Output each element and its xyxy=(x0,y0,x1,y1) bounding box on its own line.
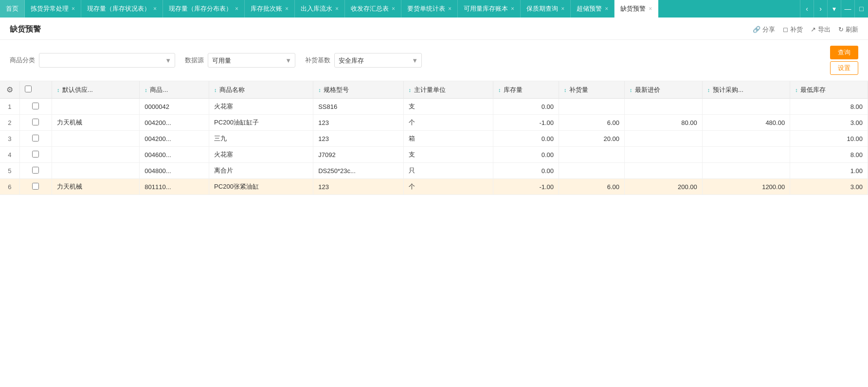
filter-actions: 查询 设置 xyxy=(830,46,858,75)
row-checkbox[interactable] xyxy=(32,151,39,158)
tab-receive-summary[interactable]: 收发存汇总表 × xyxy=(345,0,401,18)
sort-icon: ↕ xyxy=(409,87,412,93)
tab-next-button[interactable]: › xyxy=(814,0,827,18)
col-gear: ⚙ xyxy=(0,81,19,99)
tab-menu-button[interactable]: ▾ xyxy=(827,0,841,18)
tab-home[interactable]: 首页 xyxy=(0,0,25,18)
header-actions: 🔗 分享 ◻ 补货 ↗ 导出 ↻ 刷新 xyxy=(753,25,858,34)
row-spec: SS816 xyxy=(313,99,403,115)
tab-close-available-ledger[interactable]: × xyxy=(511,5,514,12)
datasource-select[interactable]: 可用量 库存量 xyxy=(208,53,295,68)
row-estimated-purchase xyxy=(702,147,790,163)
row-latest-price xyxy=(625,131,703,147)
tab-inout-flow[interactable]: 出入库流水 × xyxy=(295,0,345,18)
tab-close-abnormal[interactable]: × xyxy=(72,5,75,12)
col-estimated-purchase[interactable]: ↕ 预计采购... xyxy=(702,81,790,99)
row-checkbox[interactable] xyxy=(32,167,39,174)
select-all-checkbox[interactable] xyxy=(25,86,32,92)
row-min-stock: 8.00 xyxy=(790,99,868,115)
replenish-basis-select[interactable]: 安全库存 最低库存 xyxy=(334,53,422,68)
row-estimated-purchase: 480.00 xyxy=(702,115,790,131)
row-supplier xyxy=(52,99,139,115)
row-unit: 支 xyxy=(403,99,493,115)
tab-close-receive-summary[interactable]: × xyxy=(392,5,395,12)
query-button[interactable]: 查询 xyxy=(830,46,858,59)
col-replenish-qty[interactable]: ↕ 补货量 xyxy=(559,81,625,99)
table-row: 5 004800... 离合片 DS250*23c... 只 0.00 1.00 xyxy=(0,163,868,179)
tab-overstock[interactable]: 超储预警 × xyxy=(571,0,615,18)
tab-batch-account[interactable]: 库存批次账 × xyxy=(245,0,295,18)
row-product-name: 离合片 xyxy=(209,163,313,179)
col-checkbox-header xyxy=(19,81,52,99)
datasource-filter-group: 数据源 可用量 库存量 ▼ xyxy=(185,53,295,68)
column-settings-icon[interactable]: ⚙ xyxy=(6,86,13,94)
row-num: 5 xyxy=(0,163,19,179)
tab-close-shortage[interactable]: × xyxy=(649,5,652,12)
export-button[interactable]: ↗ 导出 xyxy=(811,25,831,34)
tab-prev-button[interactable]: ‹ xyxy=(800,0,814,18)
tab-abnormal[interactable]: 拣货异常处理 × xyxy=(25,0,81,18)
row-latest-price: 80.00 xyxy=(625,115,703,131)
row-checkbox[interactable] xyxy=(32,135,39,141)
row-estimated-purchase xyxy=(702,131,790,147)
row-min-stock: 1.00 xyxy=(790,163,868,179)
refresh-button[interactable]: ↻ 刷新 xyxy=(838,25,858,34)
row-checkbox-cell xyxy=(19,131,52,147)
col-product-code[interactable]: ↕ 商品... xyxy=(140,81,209,99)
row-checkbox-cell xyxy=(19,179,52,195)
replenish-button[interactable]: ◻ 补货 xyxy=(783,25,803,34)
row-product-code: 004600... xyxy=(140,147,209,163)
row-checkbox-cell xyxy=(19,147,52,163)
replenish-icon: ◻ xyxy=(783,26,788,33)
row-latest-price: 200.00 xyxy=(625,179,703,195)
row-checkbox[interactable] xyxy=(32,183,39,190)
tab-close-expiry-query[interactable]: × xyxy=(561,5,564,12)
tab-inventory-status[interactable]: 现存量（库存状况表） × xyxy=(81,0,163,18)
sort-icon: ↕ xyxy=(630,87,633,93)
row-product-name: 火花塞 xyxy=(209,147,313,163)
row-latest-price xyxy=(625,163,703,179)
row-stock: 0.00 xyxy=(493,147,559,163)
row-replenish-qty: 6.00 xyxy=(559,115,625,131)
tab-close-inventory-dist[interactable]: × xyxy=(235,5,238,12)
tab-close-inventory-status[interactable]: × xyxy=(153,5,157,12)
row-replenish-qty: 6.00 xyxy=(559,179,625,195)
tab-maximize-button[interactable]: □ xyxy=(854,0,868,18)
tab-shortage[interactable]: 缺货预警 × xyxy=(615,0,658,18)
row-unit: 个 xyxy=(403,115,493,131)
row-checkbox[interactable] xyxy=(32,119,39,125)
category-select[interactable] xyxy=(39,53,175,68)
tab-available-ledger[interactable]: 可用量库存账本 × xyxy=(458,0,521,18)
row-product-code: 004800... xyxy=(140,163,209,179)
row-product-code: 801110... xyxy=(140,179,209,195)
category-select-wrapper: ▼ xyxy=(39,53,175,68)
tab-inventory-dist[interactable]: 现存量（库存分布表） × xyxy=(163,0,245,18)
col-supplier[interactable]: ↕ 默认供应... xyxy=(52,81,139,99)
col-unit[interactable]: ↕ 主计量单位 xyxy=(403,81,493,99)
col-spec[interactable]: ↕ 规格型号 xyxy=(313,81,403,99)
col-product-name[interactable]: ↕ 商品名称 xyxy=(209,81,313,99)
row-spec: 123 xyxy=(313,179,403,195)
tab-expiry-query[interactable]: 保质期查询 × xyxy=(521,0,571,18)
tab-close-demand-stat[interactable]: × xyxy=(448,5,452,12)
col-stock[interactable]: ↕ 库存量 xyxy=(493,81,559,99)
row-checkbox[interactable] xyxy=(32,103,39,109)
row-estimated-purchase: 1200.00 xyxy=(702,179,790,195)
row-supplier: 力天机械 xyxy=(52,179,139,195)
tab-close-batch-account[interactable]: × xyxy=(285,5,289,12)
share-button[interactable]: 🔗 分享 xyxy=(753,25,775,34)
row-spec: 123 xyxy=(313,115,403,131)
col-latest-price[interactable]: ↕ 最新进价 xyxy=(625,81,703,99)
export-icon: ↗ xyxy=(811,26,816,33)
tab-close-inout-flow[interactable]: × xyxy=(335,5,339,12)
sort-icon: ↕ xyxy=(564,87,567,93)
shortage-table: ⚙ ↕ 默认供应... ↕ 商品... ↕ 商品名称 xyxy=(0,81,868,195)
tab-close-overstock[interactable]: × xyxy=(605,5,608,12)
col-min-stock[interactable]: ↕ 最低库存 xyxy=(790,81,868,99)
tab-demand-stat[interactable]: 要货单统计表 × xyxy=(401,0,458,18)
settings-button[interactable]: 设置 xyxy=(830,61,858,75)
sort-icon: ↕ xyxy=(498,87,501,93)
table-container: ⚙ ↕ 默认供应... ↕ 商品... ↕ 商品名称 xyxy=(0,81,868,195)
sort-icon: ↕ xyxy=(57,87,60,93)
tab-minimize-button[interactable]: — xyxy=(841,0,854,18)
